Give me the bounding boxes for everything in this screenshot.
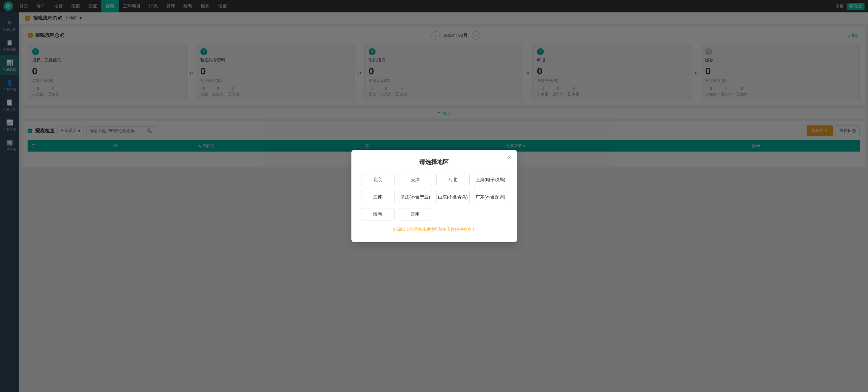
region-btn-1-2[interactable]: 山东(不含青岛) — [436, 191, 470, 203]
region-btn-0-0[interactable]: 北京 — [361, 174, 395, 186]
region-btn-1-1[interactable]: 浙江(不含宁波) — [399, 191, 432, 203]
modal-warning: ⊙ 除以上地区外其他地区暂不支持报税检查！ — [361, 227, 507, 233]
region-row-1: 北京天津河北上海(电子税局) — [361, 174, 507, 186]
region-btn-1-0[interactable]: 江苏 — [361, 191, 395, 203]
modal-close-button[interactable]: × — [508, 155, 511, 161]
region-select-modal: × 请选择地区 北京天津河北上海(电子税局) 江苏浙江(不含宁波)山东(不含青岛… — [351, 150, 517, 242]
region-empty-2-3 — [474, 208, 507, 220]
region-btn-1-3[interactable]: 广东(不含深圳) — [474, 191, 507, 203]
region-empty-2-2 — [436, 208, 470, 220]
region-btn-0-1[interactable]: 天津 — [399, 174, 432, 186]
region-row-3: 海南云南 — [361, 208, 507, 220]
region-row-2: 江苏浙江(不含宁波)山东(不含青岛)广东(不含深圳) — [361, 191, 507, 203]
region-btn-0-3[interactable]: 上海(电子税局) — [474, 174, 507, 186]
region-btn-2-0[interactable]: 海南 — [361, 208, 395, 220]
region-btn-0-2[interactable]: 河北 — [436, 174, 470, 186]
modal-overlay: × 请选择地区 北京天津河北上海(电子税局) 江苏浙江(不含宁波)山东(不含青岛… — [0, 0, 868, 392]
region-btn-2-1[interactable]: 云南 — [399, 208, 432, 220]
modal-title: 请选择地区 — [361, 158, 507, 166]
